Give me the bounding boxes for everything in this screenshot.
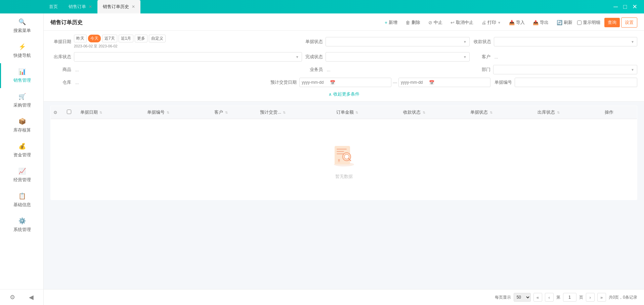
sort-customer-icon[interactable]: ⇅ — [225, 111, 228, 114]
tab-sales-order[interactable]: 销售订单 ✕ — [63, 0, 97, 13]
complete-status-select[interactable]: ▼ — [326, 52, 470, 62]
date-btn-7days[interactable]: 近7天 — [102, 35, 117, 42]
warehouse-label: 仓库 — [50, 79, 74, 85]
export-icon: 📤 — [533, 20, 539, 25]
filter-complete-status: 完成状态 ▼ — [302, 52, 470, 62]
window-minimize-icon[interactable]: ─ — [612, 2, 619, 12]
sort-date-icon[interactable]: ⇅ — [99, 111, 102, 114]
dept-select[interactable]: ▼ — [493, 65, 637, 74]
sidebar-collapse-icon[interactable]: ◀ — [29, 294, 34, 301]
new-button[interactable]: + 新增 — [381, 18, 401, 27]
delivery-date-from-wrap: 📅 — [299, 78, 391, 87]
sort-payment-status-icon[interactable]: ⇅ — [423, 111, 425, 114]
filter-product: 商品 ... — [50, 67, 302, 73]
settings-button[interactable]: 设置 — [621, 17, 637, 28]
sidebar-item-system-mgmt[interactable]: ⚙️ 系统管理 — [0, 213, 43, 237]
sidebar-item-operations-mgmt[interactable]: 📈 经营管理 — [0, 163, 43, 188]
calendar-to-icon[interactable]: 📅 — [429, 80, 434, 85]
sidebar-item-search-menu[interactable]: 🔍 搜索菜单 — [0, 13, 43, 38]
purchase-mgmt-icon: 🛒 — [18, 93, 26, 100]
window-maximize-icon[interactable]: □ — [622, 2, 628, 12]
sidebar-item-basic-info[interactable]: 📋 基础信息 — [0, 188, 43, 213]
delivery-date-to-input[interactable] — [401, 80, 428, 85]
per-page-select[interactable]: 50 10 20 100 — [514, 293, 531, 302]
select-all-checkbox[interactable] — [67, 110, 71, 114]
order-no-input[interactable] — [515, 78, 637, 87]
filter-row-3: 商品 ... 业务员 ... 部门 ▼ — [50, 65, 637, 74]
delete-icon: 🗑 — [405, 20, 410, 25]
close-tab-sales-order-history[interactable]: ✕ — [132, 4, 135, 9]
date-filter-group: 昨天 今天 近7天 近1月 更多 自定义 2023-06-02 至 2023-0… — [74, 35, 166, 49]
pagination-total-info: 共0页，0条记录 — [609, 295, 637, 300]
customer-picker[interactable]: ... — [493, 54, 500, 60]
print-dropdown-icon: ▼ — [498, 21, 501, 25]
salesperson-picker[interactable]: ... — [326, 67, 332, 72]
sidebar-item-inventory-check[interactable]: 📦 库存核算 — [0, 113, 43, 138]
refresh-button[interactable]: 🔄 刷新 — [553, 18, 576, 27]
sort-order-status-icon[interactable]: ⇅ — [490, 111, 492, 114]
print-button[interactable]: 🖨 打印 ▼ — [478, 18, 504, 27]
payment-status-label: 收款状态 — [470, 39, 494, 45]
tab-sales-order-history[interactable]: 销售订单历史 ✕ — [97, 0, 140, 13]
top-bar-right: ─ □ ✕ — [612, 2, 644, 12]
sort-amount-icon[interactable]: ⇅ — [355, 111, 358, 114]
filter-salesperson: 业务员 ... — [302, 67, 470, 73]
close-tab-sales-order[interactable]: ✕ — [89, 4, 92, 9]
finance-mgmt-icon: 💰 — [18, 143, 26, 150]
empty-illustration — [327, 139, 361, 169]
date-btn-more[interactable]: 更多 — [135, 35, 147, 42]
calendar-from-icon[interactable]: 📅 — [330, 80, 335, 85]
warehouse-picker[interactable]: ... — [74, 80, 80, 85]
window-close-icon[interactable]: ✕ — [631, 2, 639, 12]
empty-state: 暂无数据 — [51, 119, 637, 200]
inventory-check-icon: 📦 — [18, 118, 26, 125]
next-page-button[interactable]: › — [586, 293, 595, 302]
sidebar-settings-icon[interactable]: ⚙ — [10, 294, 15, 301]
sort-no-icon[interactable]: ⇅ — [167, 111, 169, 114]
table-area: ⚙ 单据日期 ⇅ 单据编号 ⇅ — [44, 102, 644, 289]
shipment-status-select[interactable]: ▼ — [74, 52, 302, 62]
display-toggle-checkbox[interactable] — [577, 21, 582, 25]
tab-home[interactable]: 首页 — [44, 0, 63, 13]
stop-button[interactable]: ⊘ 中止 — [425, 18, 446, 27]
product-picker[interactable]: ... — [74, 67, 80, 72]
delivery-date-from-input[interactable] — [302, 80, 329, 85]
delivery-date-to-wrap: 📅 — [398, 78, 490, 87]
filter-dept: 部门 ▼ — [470, 65, 637, 74]
sort-delivery-icon[interactable]: ⇅ — [283, 111, 286, 114]
cancel-stop-button[interactable]: ↩ 取消中止 — [447, 18, 477, 27]
customer-label: 客户 — [470, 54, 493, 60]
date-btn-custom[interactable]: 自定义 — [149, 35, 166, 42]
order-status-select[interactable]: ▼ — [326, 37, 470, 46]
date-btn-yesterday[interactable]: 昨天 — [74, 35, 87, 42]
first-page-button[interactable]: « — [533, 293, 542, 302]
th-no: 单据编号 ⇅ — [144, 106, 212, 119]
import-button[interactable]: 📥 导入 — [506, 18, 528, 27]
table-body: 暂无数据 — [51, 119, 637, 200]
data-table: ⚙ 单据日期 ⇅ 单据编号 ⇅ — [50, 106, 637, 200]
display-toggle: 显示明细 — [577, 20, 600, 26]
stop-icon: ⊘ — [428, 20, 432, 25]
sort-shipment-status-icon[interactable]: ⇅ — [557, 111, 560, 114]
chevron-down-icon3: ▼ — [296, 55, 299, 59]
date-btn-today[interactable]: 今天 — [88, 35, 101, 42]
collapse-row[interactable]: ∧ 收起更多条件 — [50, 91, 637, 97]
export-button[interactable]: 📤 导出 — [529, 18, 552, 27]
complete-status-label: 完成状态 — [302, 54, 326, 60]
date-btn-1month[interactable]: 近1月 — [119, 35, 134, 42]
main-layout: 🔍 搜索菜单 ⚡ 快捷导航 📊 销售管理 🛒 采购管理 📦 库存核算 💰 资金管… — [0, 13, 644, 305]
page-number-input[interactable] — [563, 293, 576, 302]
sidebar-item-quick-nav[interactable]: ⚡ 快捷导航 — [0, 38, 43, 63]
th-customer: 客户 ⇅ — [212, 106, 257, 119]
query-button[interactable]: 查询 — [604, 18, 620, 27]
th-amount: 订单金额 ⇅ — [334, 106, 401, 119]
sidebar-item-sales-mgmt[interactable]: 📊 销售管理 — [0, 63, 43, 88]
delete-button[interactable]: 🗑 删除 — [402, 18, 424, 27]
import-icon: 📥 — [509, 20, 515, 25]
payment-status-select[interactable]: ▼ — [494, 37, 637, 46]
last-page-button[interactable]: » — [597, 293, 606, 302]
prev-page-button[interactable]: ‹ — [545, 293, 554, 302]
sidebar-item-finance-mgmt[interactable]: 💰 资金管理 — [0, 138, 43, 163]
table-settings-icon[interactable]: ⚙ — [53, 110, 57, 115]
sidebar-item-purchase-mgmt[interactable]: 🛒 采购管理 — [0, 88, 43, 113]
